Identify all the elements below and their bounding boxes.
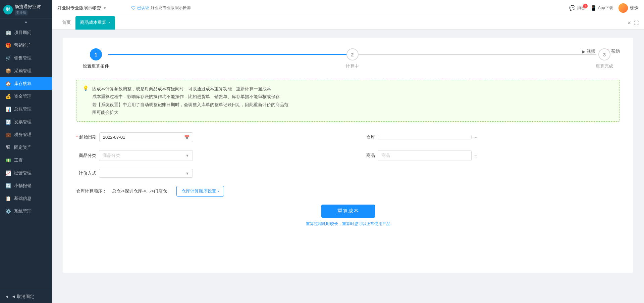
sidebar-item-basic[interactable]: 📋 基础信息 — [0, 192, 52, 205]
topbar-actions: 💬 消息 1 📱 App下载 珠珠 — [569, 3, 639, 13]
step-3-label: 重算完成 — [596, 63, 613, 69]
verified-badge: 🛡 已认证 好业财专业版演示帐套 — [131, 5, 191, 11]
sidebar-bottom-label: ◄ 取消固定 — [11, 294, 34, 300]
assets-icon: 🏗 — [5, 145, 11, 150]
step-1-label: 设置重算条件 — [83, 63, 109, 69]
verified-label: 已认证 — [137, 5, 149, 11]
category-label: 商品分类 — [76, 153, 96, 159]
info-line-3: 若【系统设置】中启用了自动调整记账日期时，会调整入库单的整单记账日期，因此重新计… — [92, 101, 288, 109]
step-3-circle: 3 — [598, 48, 610, 60]
tab-product-cost[interactable]: 商品成本重算 × — [75, 16, 115, 30]
sidebar-item-label: 销售管理 — [14, 55, 32, 61]
step-3: 3 重算完成 — [596, 48, 613, 69]
account-selector[interactable]: 好业财专业版演示帐套 ▼ — [57, 5, 124, 11]
sidebar-item-finance[interactable]: 💰 资金管理 — [0, 90, 52, 103]
sidebar-item-assets[interactable]: 🏗 固定资产 — [0, 141, 52, 154]
tabbar-controls: ✕ ⛶ — [627, 20, 639, 26]
pricing-select[interactable]: ▼ — [99, 169, 193, 178]
sidebar-item-tax[interactable]: 💼 税务管理 — [0, 128, 52, 141]
sidebar-item-label: 固定资产 — [14, 144, 32, 150]
salary-icon: 💵 — [5, 158, 11, 163]
submit-hint: 重算过程耗时较长，重算时您可以正常使用产品 — [76, 221, 620, 227]
info-line-2: 成本重算过程中，影响库存账的操作均不能操作，比如进货单、销货单、库存单据不能审核… — [92, 93, 288, 100]
tab-home-label: 首页 — [62, 19, 71, 26]
calendar-icon[interactable]: 📅 — [184, 135, 190, 140]
category-select[interactable]: 商品分类 ▼ — [99, 150, 193, 161]
sidebar-item-label: 发票管理 — [14, 119, 32, 125]
recalculate-button[interactable]: 重算成本 — [321, 205, 375, 218]
category-field: 商品分类 商品分类 ▼ — [76, 150, 341, 161]
finance-icon: 💰 — [5, 94, 11, 99]
product-more-icon[interactable]: ··· — [472, 151, 480, 160]
sidebar-item-system[interactable]: ⚙️ 系统管理 — [0, 205, 52, 218]
basic-icon: 📋 — [5, 196, 11, 201]
marketing-icon: 🎁 — [5, 43, 11, 48]
sidebar-unpin-button[interactable]: ◄ ◄ 取消固定 — [0, 290, 52, 303]
sidebar-item-purchase[interactable]: 📦 采购管理 — [0, 64, 52, 77]
product-input[interactable]: 商品 — [378, 150, 472, 161]
chevron-down-icon: ▼ — [185, 154, 189, 158]
sidebar-item-accounting[interactable]: 📊 总账管理 — [0, 103, 52, 116]
product-label: 商品 — [355, 153, 375, 159]
order-value: 总仓->深圳仓库->...->门店仓 — [112, 188, 167, 194]
phone-icon: 📱 — [590, 5, 597, 11]
app-download-button[interactable]: 📱 App下载 — [590, 5, 613, 11]
message-icon: 💬 — [569, 5, 576, 11]
warehouse-more-icon[interactable]: ··· — [472, 132, 480, 142]
info-box: 💡 因成本计算参数调整，或是对商品成本有疑问时，可以通过成本重算功能，重新计算一… — [76, 80, 620, 122]
sidebar-item-label: 基础信息 — [14, 196, 32, 202]
step-2-label: 计算中 — [346, 63, 359, 69]
order-btn-label: 仓库计算顺序设置 — [181, 188, 216, 194]
step-1-circle: 1 — [90, 48, 102, 60]
user-name-label: 珠珠 — [630, 5, 639, 11]
sidebar-logo: 财 畅捷通好业财 专业版 — [0, 0, 52, 18]
sidebar-item-invoice[interactable]: 🧾 发票管理 — [0, 116, 52, 128]
category-placeholder: 商品分类 — [103, 153, 185, 159]
warehouse-input[interactable] — [378, 135, 472, 139]
sidebar-item-label: 小畅报销 — [14, 183, 32, 189]
form-row-2: 商品分类 商品分类 ▼ 商品 商品 ··· — [76, 150, 620, 161]
tabbar: 首页 商品成本重算 × ✕ ⛶ — [52, 16, 644, 30]
sidebar-item-operation[interactable]: 📈 经营管理 — [0, 167, 52, 179]
topbar: 好业财专业版演示帐套 ▼ 🛡 已认证 好业财专业版演示帐套 💬 消息 1 📱 A… — [52, 0, 644, 16]
invoice-icon: 🧾 — [5, 119, 11, 125]
order-settings-button[interactable]: 仓库计算顺序设置 › — [176, 186, 224, 197]
sidebar-item-expense[interactable]: 🔄 小畅报销 — [0, 179, 52, 192]
unpin-icon: ◄ — [5, 294, 9, 299]
project-icon: 🏢 — [5, 30, 11, 35]
start-date-input[interactable]: 2022-07-01 📅 — [99, 132, 193, 142]
sidebar-item-label: 系统管理 — [14, 208, 32, 214]
content-card: ▶ 视频 | ❓ 帮助 1 设置重算条件 2 计算中 — [63, 38, 633, 273]
sidebar-item-salary[interactable]: 💵 工资 — [0, 154, 52, 167]
avatar — [619, 3, 628, 13]
close-window-button[interactable]: ✕ — [627, 20, 631, 26]
info-line-4: 围可能会扩大 — [92, 109, 288, 116]
app-download-label: App下载 — [598, 5, 613, 11]
verified-account-name: 好业财专业版演示帐套 — [151, 5, 191, 11]
start-date-field: 起始日期 2022-07-01 📅 — [76, 132, 341, 142]
sidebar-item-label: 工资 — [14, 157, 23, 163]
sidebar-item-label: 资金管理 — [14, 93, 32, 99]
tab-close-icon[interactable]: × — [108, 20, 110, 25]
sidebar-item-inventory[interactable]: 🏠 库存核算 — [0, 77, 52, 90]
user-avatar-button[interactable]: 珠珠 — [619, 3, 639, 13]
account-selector-text: 好业财专业版演示帐套 — [57, 5, 101, 11]
start-date-label: 起始日期 — [76, 134, 97, 140]
warehouse-label: 仓库 — [355, 134, 375, 140]
sidebar: 财 畅捷通好业财 专业版 ▲ 🏢 项目顾问 🎁 营销推广 🛒 销售管理 📦 采购… — [0, 0, 52, 303]
tab-home[interactable]: 首页 — [57, 16, 75, 30]
sidebar-item-label: 经营管理 — [14, 170, 32, 176]
message-button[interactable]: 💬 消息 1 — [569, 5, 585, 11]
expense-icon: 🔄 — [5, 183, 11, 188]
sidebar-item-marketing[interactable]: 🎁 营销推广 — [0, 39, 52, 52]
sidebar-item-sales[interactable]: 🛒 销售管理 — [0, 52, 52, 64]
product-placeholder: 商品 — [381, 153, 468, 159]
sidebar-item-label: 营销推广 — [14, 42, 32, 48]
scroll-up-indicator[interactable]: ▲ — [0, 18, 52, 25]
warehouse-field: 仓库 ··· — [355, 132, 620, 142]
step-connector-1 — [108, 54, 346, 55]
step-2-circle: 2 — [346, 48, 359, 60]
sidebar-item-project[interactable]: 🏢 项目顾问 — [0, 26, 52, 39]
order-row: 仓库计算顺序： 总仓->深圳仓库->...->门店仓 仓库计算顺序设置 › — [76, 186, 620, 197]
expand-window-button[interactable]: ⛶ — [634, 20, 639, 26]
